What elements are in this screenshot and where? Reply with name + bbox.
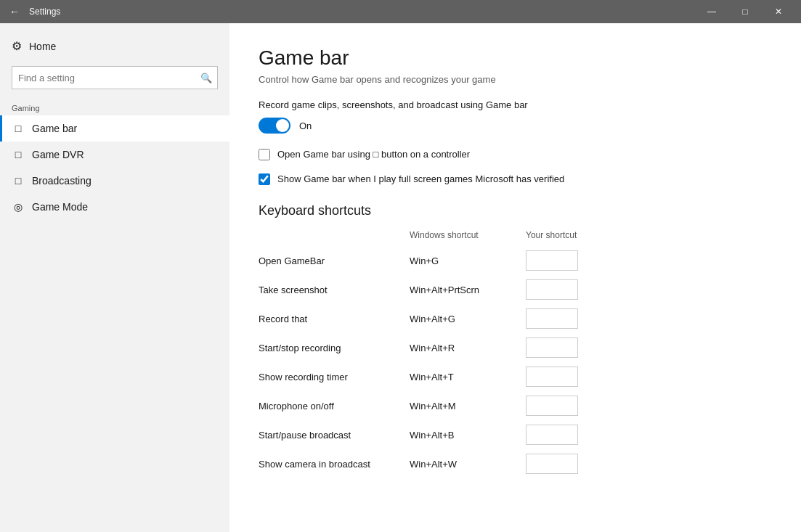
- shortcut-custom-cell-2: [520, 304, 772, 333]
- sidebar-item-game-dvr[interactable]: □ Game DVR: [0, 142, 229, 168]
- sidebar-item-game-mode[interactable]: ◎ Game Mode: [0, 194, 229, 220]
- shortcut-input-1[interactable]: [526, 279, 578, 300]
- shortcut-windows-6: Win+Alt+B: [404, 420, 520, 449]
- table-row: Open GameBar Win+G: [259, 246, 772, 275]
- sidebar-home-item[interactable]: ⚙ Home: [0, 32, 229, 60]
- checkbox-row-2: Show Game bar when I play full screen ga…: [259, 173, 772, 186]
- shortcut-input-7[interactable]: [526, 454, 578, 474]
- shortcut-windows-0: Win+G: [404, 246, 520, 275]
- game-bar-label: Game bar: [32, 123, 77, 134]
- title-bar-controls: — □ ✕: [695, 0, 795, 23]
- shortcut-windows-2: Win+Alt+G: [404, 304, 520, 333]
- app-body: ⚙ Home 🔍 Gaming □ Game bar □ Game DVR □ …: [0, 23, 801, 532]
- title-bar-title: Settings: [29, 7, 60, 17]
- game-mode-label: Game Mode: [32, 201, 88, 213]
- toggle-description: Record game clips, screenshots, and broa…: [259, 99, 772, 110]
- home-label: Home: [29, 41, 56, 52]
- sidebar-category: Gaming: [0, 95, 229, 115]
- shortcut-custom-cell-7: [520, 449, 772, 478]
- title-bar-left: ← Settings: [6, 3, 60, 20]
- game-dvr-icon: □: [12, 149, 25, 160]
- shortcut-action-7: Show camera in broadcast: [259, 449, 404, 478]
- checkbox-controller[interactable]: [259, 149, 270, 160]
- table-row: Record that Win+Alt+G: [259, 304, 772, 333]
- table-row: Take screenshot Win+Alt+PrtScrn: [259, 275, 772, 304]
- shortcut-input-3[interactable]: [526, 337, 578, 358]
- main-content: Game bar Control how Game bar opens and …: [229, 23, 801, 532]
- shortcut-input-2[interactable]: [526, 308, 578, 329]
- toggle-row: On: [259, 118, 772, 134]
- table-row: Start/pause broadcast Win+Alt+B: [259, 420, 772, 449]
- shortcut-custom-cell-6: [520, 420, 772, 449]
- checkbox-row-1: Open Game bar using □ button on a contro…: [259, 148, 772, 161]
- shortcut-input-6[interactable]: [526, 425, 578, 445]
- shortcut-windows-5: Win+Alt+M: [404, 391, 520, 420]
- gamebar-toggle[interactable]: [259, 118, 290, 134]
- game-dvr-label: Game DVR: [32, 149, 84, 160]
- col-your-shortcut: Your shortcut: [520, 227, 772, 246]
- sidebar: ⚙ Home 🔍 Gaming □ Game bar □ Game DVR □ …: [0, 23, 229, 532]
- shortcut-custom-cell-3: [520, 333, 772, 362]
- game-mode-icon: ◎: [12, 201, 25, 213]
- toggle-state-label: On: [299, 120, 312, 131]
- shortcut-windows-3: Win+Alt+R: [404, 333, 520, 362]
- shortcuts-heading: Keyboard shortcuts: [259, 203, 772, 218]
- table-row: Show recording timer Win+Alt+T: [259, 362, 772, 391]
- page-subtitle: Control how Game bar opens and recognize…: [259, 74, 772, 85]
- search-icon: 🔍: [200, 73, 212, 83]
- shortcut-action-2: Record that: [259, 304, 404, 333]
- shortcut-action-6: Start/pause broadcast: [259, 420, 404, 449]
- sidebar-item-broadcasting[interactable]: □ Broadcasting: [0, 168, 229, 194]
- page-title: Game bar: [259, 46, 772, 70]
- shortcut-action-0: Open GameBar: [259, 246, 404, 275]
- shortcut-input-0[interactable]: [526, 250, 578, 271]
- shortcut-action-4: Show recording timer: [259, 362, 404, 391]
- shortcuts-table: Windows shortcut Your shortcut Open Game…: [259, 227, 772, 478]
- checkbox-fullscreen-label[interactable]: Show Game bar when I play full screen ga…: [277, 173, 564, 186]
- shortcut-action-3: Start/stop recording: [259, 333, 404, 362]
- minimize-button[interactable]: —: [695, 0, 728, 23]
- shortcut-windows-7: Win+Alt+W: [404, 449, 520, 478]
- shortcut-windows-1: Win+Alt+PrtScrn: [404, 275, 520, 304]
- shortcut-input-4[interactable]: [526, 367, 578, 387]
- back-button[interactable]: ←: [6, 3, 23, 20]
- checkbox-fullscreen[interactable]: [259, 173, 270, 185]
- game-bar-icon: □: [12, 123, 25, 134]
- shortcut-custom-cell-5: [520, 391, 772, 420]
- home-icon: ⚙: [12, 39, 22, 53]
- shortcut-custom-cell-0: [520, 246, 772, 275]
- shortcut-action-5: Microphone on/off: [259, 391, 404, 420]
- col-action: [259, 227, 404, 246]
- checkbox-controller-label[interactable]: Open Game bar using □ button on a contro…: [277, 148, 470, 161]
- shortcut-windows-4: Win+Alt+T: [404, 362, 520, 391]
- search-box: 🔍: [12, 66, 218, 89]
- close-button[interactable]: ✕: [762, 0, 795, 23]
- broadcasting-icon: □: [12, 175, 25, 187]
- shortcut-action-1: Take screenshot: [259, 275, 404, 304]
- title-bar: ← Settings — □ ✕: [0, 0, 801, 23]
- table-row: Show camera in broadcast Win+Alt+W: [259, 449, 772, 478]
- col-windows-shortcut: Windows shortcut: [404, 227, 520, 246]
- table-row: Microphone on/off Win+Alt+M: [259, 391, 772, 420]
- shortcut-input-5[interactable]: [526, 396, 578, 416]
- sidebar-item-game-bar[interactable]: □ Game bar: [0, 115, 229, 142]
- shortcut-custom-cell-1: [520, 275, 772, 304]
- maximize-button[interactable]: □: [728, 0, 762, 23]
- shortcut-custom-cell-4: [520, 362, 772, 391]
- table-row: Start/stop recording Win+Alt+R: [259, 333, 772, 362]
- search-input[interactable]: [12, 66, 218, 89]
- broadcasting-label: Broadcasting: [32, 175, 92, 187]
